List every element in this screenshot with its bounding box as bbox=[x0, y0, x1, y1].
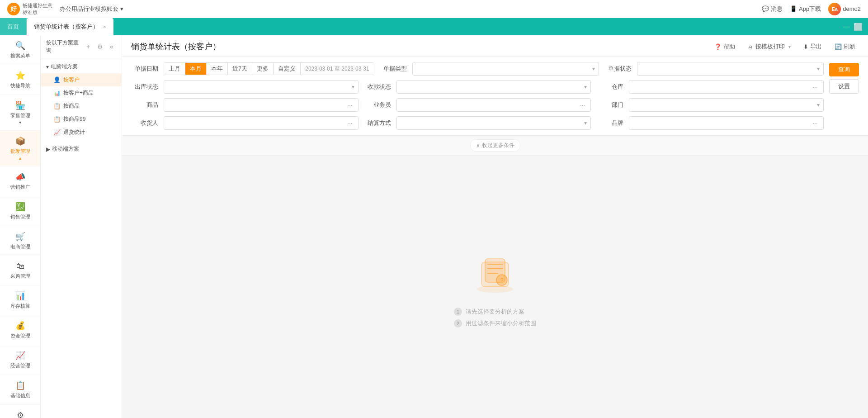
sidebar-inventory-label: 库存核算 bbox=[10, 303, 30, 309]
sidebar-item-sales[interactable]: 💹 销售管理 bbox=[0, 196, 40, 226]
print-icon: 🖨 bbox=[748, 43, 754, 50]
page-title: 销货单统计表（按客户） bbox=[131, 41, 221, 52]
date-custom-button[interactable]: 自定义 bbox=[274, 63, 301, 75]
export-button[interactable]: ⬇ 导出 bbox=[800, 41, 826, 52]
consignee-control[interactable]: ··· bbox=[164, 116, 359, 130]
left-panel-header: 按以下方案查询 + ⚙ « bbox=[41, 35, 122, 58]
sidebar-item-system[interactable]: ⚙ 系统管理 bbox=[0, 405, 40, 418]
scheme-return-label: 退货统计 bbox=[63, 128, 85, 136]
minimize-icon[interactable]: — bbox=[843, 23, 850, 31]
top-bar-right: 💬 消息 📱 App下载 Ea demo2 bbox=[762, 3, 861, 15]
sidebar-item-basic-info[interactable]: 📋 基础信息 bbox=[0, 375, 40, 405]
scheme-item-goods[interactable]: 📋 按商品 bbox=[41, 100, 122, 113]
warehouse-ellipsis-icon[interactable]: ··· bbox=[811, 83, 820, 90]
goods-ellipsis-icon[interactable]: ··· bbox=[345, 101, 354, 109]
scheme-item-customer[interactable]: 👤 按客户 bbox=[41, 73, 122, 86]
sidebar-item-management[interactable]: 📈 经营管理 bbox=[0, 345, 40, 375]
doc-type-control[interactable]: ▾ bbox=[412, 62, 599, 76]
payment-label: 收款状态 bbox=[364, 83, 391, 91]
scheme-item-goods99[interactable]: 📋 按商品99 bbox=[41, 113, 122, 126]
salesman-control[interactable]: ··· bbox=[396, 98, 591, 112]
goods-control[interactable]: ··· bbox=[164, 98, 359, 112]
help-button[interactable]: ❓ 帮助 bbox=[711, 41, 739, 52]
salesman-label: 业务员 bbox=[364, 101, 391, 109]
chevron-down-icon: ▾ bbox=[19, 120, 21, 125]
query-button[interactable]: 查询 bbox=[829, 63, 859, 76]
management-icon: 📈 bbox=[15, 351, 25, 361]
date-last-month-button[interactable]: 上月 bbox=[164, 63, 185, 75]
scheme-item-return[interactable]: 📈 退货统计 bbox=[41, 126, 122, 139]
sidebar-item-retail[interactable]: 🏪 零售管理 ▾ bbox=[0, 95, 40, 131]
panel-collapse-button[interactable]: « bbox=[107, 42, 116, 51]
sidebar-item-wholesale[interactable]: 📦 批发管理 ▴ bbox=[0, 131, 40, 166]
refresh-button[interactable]: 🔄 刷新 bbox=[831, 41, 859, 52]
sidebar-search-label: 搜索菜单 bbox=[10, 52, 30, 59]
wholesale-icon: 📦 bbox=[15, 136, 25, 146]
app-download-button[interactable]: 📱 App下载 bbox=[790, 5, 821, 13]
empty-illustration: ? bbox=[468, 246, 522, 300]
settlement-label: 结算方式 bbox=[364, 119, 391, 127]
doc-type-chevron-icon: ▾ bbox=[592, 66, 595, 72]
consignee-label: 收货人 bbox=[131, 119, 158, 127]
tip-text-1: 请先选择要分析的方案 bbox=[466, 308, 524, 316]
settlement-control[interactable]: ▾ bbox=[396, 116, 591, 130]
workspace-chevron-icon: ▾ bbox=[120, 5, 123, 12]
workspace-selector[interactable]: 办公用品行业模拟账套 ▾ bbox=[56, 3, 127, 15]
sidebar-sales-label: 销售管理 bbox=[10, 214, 30, 220]
collapse-more-conditions-button[interactable]: ∧ 收起更多条件 bbox=[470, 139, 520, 152]
date-7days-button[interactable]: 近7天 bbox=[228, 63, 252, 75]
doc-status-control[interactable]: ▾ bbox=[637, 62, 824, 76]
customer-goods-icon: 📊 bbox=[53, 90, 61, 96]
empty-state: ? 1 请先选择要分析的方案 2 用过滤条件来缩小分析范围 bbox=[122, 156, 868, 418]
basic-info-icon: 📋 bbox=[15, 380, 25, 390]
brand-ellipsis-icon[interactable]: ··· bbox=[811, 119, 820, 127]
dept-control[interactable]: ▾ bbox=[629, 98, 824, 112]
scheme-goods99-label: 按商品99 bbox=[63, 115, 85, 123]
date-range-bar: 上月 本月 本年 近7天 更多 自定义 2023-03-01 至 2023-03… bbox=[164, 62, 374, 75]
app-label: App下载 bbox=[799, 5, 821, 13]
salesman-ellipsis-icon[interactable]: ··· bbox=[578, 101, 587, 109]
tab-active[interactable]: 销货单统计表（按客户） × bbox=[27, 18, 113, 35]
scheme-group-header-mobile[interactable]: ▶ 移动端方案 bbox=[41, 142, 122, 156]
tab-close-icon[interactable]: × bbox=[103, 24, 106, 29]
sidebar-item-finance[interactable]: 💰 资金管理 bbox=[0, 315, 40, 345]
sidebar-item-ecommerce[interactable]: 🛒 电商管理 bbox=[0, 226, 40, 256]
scheme-item-customer-goods[interactable]: 📊 按客户+商品 bbox=[41, 86, 122, 100]
brand-control[interactable]: ··· bbox=[629, 116, 824, 130]
sidebar-item-inventory[interactable]: 📊 库存核算 bbox=[0, 285, 40, 315]
sidebar-item-purchase[interactable]: 🛍 采购管理 bbox=[0, 256, 40, 285]
sidebar-item-marketing[interactable]: 📣 营销推广 bbox=[0, 166, 40, 196]
add-scheme-button[interactable]: + bbox=[84, 42, 93, 51]
dept-label: 部门 bbox=[596, 101, 623, 109]
scheme-settings-button[interactable]: ⚙ bbox=[95, 42, 104, 51]
inventory-icon: 📊 bbox=[15, 291, 25, 301]
page-actions: ❓ 帮助 🖨 按模板打印 ▾ ⬇ 导出 🔄 刷新 bbox=[711, 41, 859, 52]
sidebar-item-quick-nav[interactable]: ⭐ 快捷导航 bbox=[0, 65, 40, 95]
warehouse-control[interactable]: ··· bbox=[629, 80, 824, 94]
customer-icon: 👤 bbox=[53, 76, 61, 83]
sidebar-finance-label: 资金管理 bbox=[10, 332, 30, 339]
stock-out-control[interactable]: ▾ bbox=[164, 80, 359, 94]
filter-actions-column: 查询 设置 bbox=[829, 62, 859, 130]
system-icon: ⚙ bbox=[17, 410, 24, 418]
date-more-button[interactable]: 更多 bbox=[252, 63, 274, 75]
scheme-group-header-desktop[interactable]: ▾ 电脑端方案 bbox=[41, 60, 122, 73]
maximize-icon[interactable]: ⬜ bbox=[854, 23, 863, 31]
date-display: 2023-03-01 至 2023-03-31 bbox=[301, 63, 373, 75]
consignee-ellipsis-icon[interactable]: ··· bbox=[345, 119, 354, 127]
ecommerce-icon: 🛒 bbox=[15, 232, 25, 242]
print-button[interactable]: 🖨 按模板打印 ▾ bbox=[744, 41, 794, 52]
sidebar-item-search[interactable]: 🔍 搜索菜单 bbox=[0, 35, 40, 65]
message-button[interactable]: 💬 消息 bbox=[762, 5, 783, 13]
chevron-up-icon: ▴ bbox=[19, 156, 21, 161]
scheme-group-mobile: ▶ 移动端方案 bbox=[41, 141, 122, 157]
user-profile-button[interactable]: Ea demo2 bbox=[828, 3, 861, 15]
tab-home[interactable]: 首页 bbox=[0, 18, 27, 35]
settings-button[interactable]: 设置 bbox=[829, 79, 859, 94]
payment-control[interactable]: ▾ bbox=[396, 80, 591, 94]
date-this-month-button[interactable]: 本月 bbox=[185, 63, 207, 75]
page-header: 销货单统计表（按客户） ❓ 帮助 🖨 按模板打印 ▾ ⬇ 导出 🔄 刷新 bbox=[122, 35, 868, 57]
avatar: Ea bbox=[828, 3, 841, 15]
date-this-year-button[interactable]: 本年 bbox=[207, 63, 228, 75]
sidebar-quicknav-label: 快捷导航 bbox=[10, 82, 30, 89]
